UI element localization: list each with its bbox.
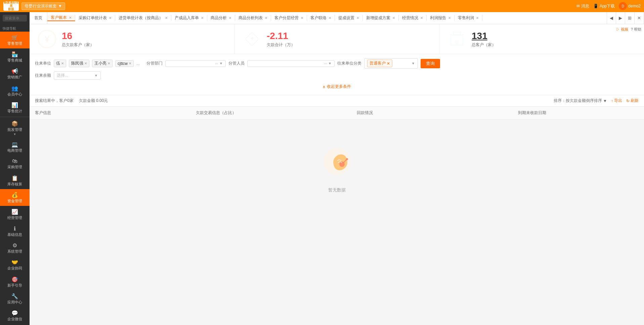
dept-select[interactable]: ··· ▼ (165, 60, 226, 67)
refresh-btn[interactable]: ↻ 刷新 (626, 98, 639, 104)
tab-customer-tier[interactable]: 客户分层经营 ✕ (271, 15, 307, 21)
tab-product-inbound[interactable]: 产成品入库单 ✕ (171, 15, 207, 21)
tab-close-6[interactable]: ✕ (301, 16, 303, 20)
avatar: D (619, 2, 627, 10)
retail-stat-icon: 📊 (11, 102, 18, 108)
app-center-icon: 🔧 (11, 293, 18, 299)
results-bar: 搜索结果中，客户0家 欠款金额 0.00元 排序：按欠款金额倒序排序 ▼ ↑ 导… (30, 95, 644, 107)
unit-tag-wang-close[interactable]: ✕ (108, 62, 110, 65)
category-caret-icon: ▼ (412, 62, 415, 65)
tab-home[interactable]: 首页 (30, 12, 47, 24)
empty-state: 暂无数据 (30, 119, 644, 220)
tab-retail-profit[interactable]: 零售利润 ✕ (455, 15, 482, 21)
filter-row-1: 往来单位 伍 ✕ 陈民强 ✕ 王小亮 ✕ (35, 58, 639, 69)
unit-tag-chen-close[interactable]: ✕ (84, 62, 87, 65)
message-btn[interactable]: ✉ 消息 (576, 3, 589, 9)
sidebar-item-enterprise-wechat[interactable]: 💬 企业微信 (0, 307, 30, 324)
tab-next-btn[interactable]: ▶ (616, 12, 625, 24)
tab-profit-report[interactable]: 利润报告 ✕ (427, 15, 455, 21)
sidebar-item-guide[interactable]: 🎯 新手引导 (0, 274, 30, 290)
tab-close-9[interactable]: ✕ (392, 16, 395, 20)
sidebar-item-retail-stat[interactable]: 📊 零售统计 (0, 99, 30, 116)
top-bar: 畅捷通好生意 标版 母婴行业演示账套 ▼ ✉ 消息 📱 App下载 D demo… (0, 0, 644, 12)
tab-customer-ledger[interactable]: 客户账本 ✕ (47, 15, 75, 21)
unit-tag-wu-close[interactable]: ✕ (61, 62, 64, 65)
svg-text:¥: ¥ (44, 34, 49, 43)
sidebar-item-system[interactable]: ⚙ 系统管理 (0, 240, 30, 256)
tab-add-commission[interactable]: 新增提成方案 ✕ (363, 15, 399, 21)
search-input[interactable] (3, 15, 27, 22)
empty-text: 暂无数据 (328, 187, 346, 193)
debt-total-label: 欠款合计（万） (267, 42, 295, 48)
sidebar: 快捷导航 🛒 零售管理 🏪 零售商城 📢 营销推广 👥 会员中心 📊 零售统计 (0, 12, 30, 325)
sidebar-item-finance[interactable]: 💰 资金管理 (0, 189, 30, 206)
svg-rect-5 (454, 32, 460, 35)
user-btn[interactable]: D demo2 (619, 2, 641, 10)
tab-purchase-stat[interactable]: 进货单统计表（按商品） ✕ (115, 15, 171, 21)
sidebar-item-marketing[interactable]: 📢 营销推广 (0, 65, 30, 82)
tab-close-12[interactable]: ✕ (476, 16, 479, 20)
sidebar-item-inventory[interactable]: 📋 库存核算 (0, 172, 30, 189)
category-tag-close[interactable]: ✕ (387, 61, 390, 66)
tab-close-10[interactable]: ✕ (420, 16, 423, 20)
tab-close-all-btn[interactable]: ✕ (635, 12, 644, 24)
tab-close-11[interactable]: ✕ (448, 16, 451, 20)
sidebar-item-collab[interactable]: 🤝 企业协同 (0, 256, 30, 273)
balance-select[interactable]: 选择... ▼ (54, 71, 101, 80)
sidebar-item-wholesale[interactable]: 📦 批发管理 ▼ (0, 118, 30, 139)
tab-product-analysis[interactable]: 商品分析 ✕ (207, 15, 235, 21)
store-selector[interactable]: 母婴行业演示账套 ▼ (22, 2, 65, 10)
filter-row-2: 往来余额 选择... ▼ (35, 71, 639, 80)
tab-expand-btn[interactable]: ⊞ (625, 12, 635, 24)
tab-business-status[interactable]: 经营情况 ✕ (399, 15, 427, 21)
category-select[interactable]: 普通客户 ✕ ▼ (364, 58, 418, 69)
total-debt-customers-label: 总欠款客户（家） (62, 42, 94, 48)
tab-bar-scroll: 客户账本 ✕ 采购订单统计表 ✕ 进货单统计表（按商品） ✕ 产成品入库单 ✕ (47, 15, 607, 21)
unit-tag-chen: 陈民强 ✕ (69, 60, 89, 67)
collab-icon: 🤝 (11, 259, 18, 265)
tab-close-1[interactable]: ✕ (109, 16, 112, 20)
unit-more-btn[interactable]: ... (136, 61, 140, 66)
collapse-btn[interactable]: ∧ 收起更多条件 (321, 82, 352, 91)
sidebar-item-member[interactable]: 👥 会员中心 (0, 82, 30, 99)
unit-tag-wu: 伍 ✕ (54, 60, 66, 67)
person-select[interactable]: ··· ▼ (247, 60, 335, 67)
tab-customer-contact[interactable]: 客户联络 ✕ (307, 15, 335, 21)
unit-tag-cjttcw-close[interactable]: ✕ (129, 62, 131, 65)
col-header-repay: 回款情况 (357, 110, 518, 116)
stat-total-debt-customers: ¥ 16 总欠款客户（家） (30, 24, 234, 54)
person-filter-label: 分管人员 (228, 61, 245, 66)
tab-close-4[interactable]: ✕ (229, 16, 231, 20)
tab-close-5[interactable]: ✕ (265, 16, 267, 20)
sidebar-item-retail-mgmt[interactable]: 🛒 零售管理 (0, 32, 30, 48)
tab-close-0[interactable]: ✕ (69, 16, 72, 20)
tab-close-7[interactable]: ✕ (329, 16, 331, 20)
empty-icon (322, 146, 352, 183)
tab-prev-btn[interactable]: ◀ (607, 12, 616, 24)
help-link[interactable]: ? 帮助 (631, 27, 641, 32)
building-icon (447, 30, 466, 48)
member-icon: 👥 (11, 85, 18, 92)
sidebar-item-app-center[interactable]: 🔧 应用中心 (0, 290, 30, 307)
video-link[interactable]: ▷ 视频 (616, 27, 628, 32)
tab-commission-settings[interactable]: 提成设置 ✕ (335, 15, 363, 21)
sort-btn[interactable]: 排序：按欠款金额倒序排序 ▼ (554, 98, 607, 104)
dept-caret-icon: ▼ (219, 62, 223, 65)
sidebar-item-operations[interactable]: 📈 经营管理 (0, 206, 30, 223)
export-btn[interactable]: ↑ 导出 (611, 98, 622, 104)
total-customers-label: 总客户（家） (472, 42, 496, 48)
svg-rect-7 (455, 40, 459, 45)
tab-product-analysis-list[interactable]: 商品分析列表 ✕ (235, 15, 271, 21)
tab-close-8[interactable]: ✕ (356, 16, 359, 20)
app-download-btn[interactable]: 📱 App下载 (593, 3, 615, 9)
sidebar-item-ecommerce[interactable]: 💻 电商管理 (0, 139, 30, 155)
help-links: ▷ 视频 ? 帮助 (616, 27, 641, 32)
sidebar-item-retail-mall[interactable]: 🏪 零售商城 (0, 48, 30, 65)
sidebar-item-purchase[interactable]: 🛍 采购管理 (0, 155, 30, 172)
tab-close-2[interactable]: ✕ (165, 16, 168, 20)
sidebar-item-basic-info[interactable]: ℹ 基础信息 (0, 223, 30, 240)
category-filter-label: 往来单位分类 (337, 61, 361, 66)
tab-close-3[interactable]: ✕ (201, 16, 204, 20)
tab-purchase-order[interactable]: 采购订单统计表 ✕ (75, 15, 115, 21)
query-button[interactable]: 查询 (421, 59, 440, 68)
